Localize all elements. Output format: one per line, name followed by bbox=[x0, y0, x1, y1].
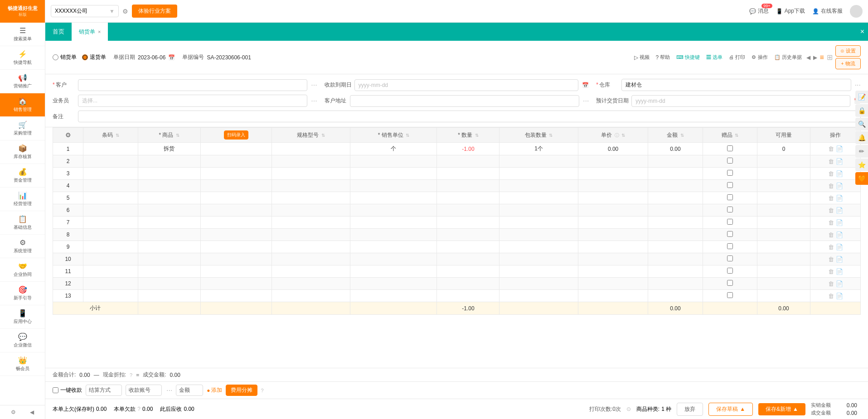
radio-return[interactable]: 退货单 bbox=[82, 53, 106, 61]
product-cell[interactable] bbox=[138, 168, 200, 180]
copy-icon[interactable]: 📄 bbox=[836, 231, 843, 238]
sidebar-item-finance[interactable]: 💰 资金管理 bbox=[0, 164, 45, 188]
gift-cell[interactable] bbox=[703, 143, 757, 155]
product-cell[interactable] bbox=[138, 241, 200, 253]
gift-checkbox[interactable] bbox=[727, 219, 733, 225]
price-cell[interactable] bbox=[578, 253, 648, 265]
list-view-icon[interactable]: ≡ bbox=[820, 53, 824, 62]
gift-cell[interactable] bbox=[703, 278, 757, 290]
price-cell[interactable] bbox=[578, 217, 648, 229]
customer-addr-input[interactable] bbox=[350, 95, 579, 107]
price-cell[interactable] bbox=[578, 290, 648, 302]
company-selector[interactable]: XXXXXX公司 ▼ bbox=[51, 5, 119, 17]
pkg-qty-cell[interactable] bbox=[499, 290, 578, 302]
sidebar-item-cooperation[interactable]: 🤝 企业协同 bbox=[0, 258, 45, 282]
sidebar-item-sales[interactable]: 🏠 销售管理 bbox=[0, 93, 45, 117]
qty-cell[interactable] bbox=[437, 278, 499, 290]
sidebar-item-operation[interactable]: 📊 经营管理 bbox=[0, 188, 45, 211]
amount-cell[interactable] bbox=[648, 241, 703, 253]
save-new-button[interactable]: 保存&新增 ▲ bbox=[758, 403, 805, 415]
payment-checkbox[interactable] bbox=[53, 387, 58, 393]
pkg-qty-cell[interactable] bbox=[499, 278, 578, 290]
unit-cell[interactable] bbox=[350, 217, 437, 229]
sidebar-item-search[interactable]: ☰ 搜索菜单 bbox=[0, 23, 45, 46]
delete-icon[interactable]: 🗑 bbox=[828, 195, 834, 202]
question-icon[interactable]: ? bbox=[130, 372, 132, 378]
account-select[interactable]: 收款账号 bbox=[126, 385, 162, 396]
warehouse-more-icon[interactable]: ··· bbox=[855, 81, 861, 89]
addr-more-icon[interactable]: ··· bbox=[583, 97, 589, 105]
spec-cell[interactable] bbox=[272, 180, 350, 192]
price-cell[interactable] bbox=[578, 168, 648, 180]
product-cell[interactable] bbox=[138, 180, 200, 192]
price-cell[interactable] bbox=[578, 241, 648, 253]
unit-cell[interactable] bbox=[350, 278, 437, 290]
online-service-button[interactable]: 👤 在线客服 bbox=[812, 7, 843, 15]
grid-view-icon[interactable]: ⊞ bbox=[827, 53, 833, 62]
unit-cell[interactable] bbox=[350, 204, 437, 217]
salesperson-more-icon[interactable]: ··· bbox=[311, 97, 317, 105]
spec-cell[interactable] bbox=[272, 229, 350, 241]
expense-button[interactable]: 费用分摊 bbox=[226, 385, 257, 396]
gift-checkbox[interactable] bbox=[727, 280, 733, 286]
pkg-qty-cell[interactable] bbox=[499, 217, 578, 229]
amount-cell[interactable] bbox=[648, 253, 703, 265]
product-cell[interactable] bbox=[138, 155, 200, 168]
history-btn[interactable]: 📋 历史单据 bbox=[772, 53, 804, 62]
print-btn[interactable]: 🖨 打印 bbox=[727, 53, 747, 62]
right-panel-item-edit[interactable]: ✏ bbox=[855, 145, 868, 158]
price-cell[interactable] bbox=[578, 204, 648, 217]
payment-checkbox-label[interactable]: 一键收款 bbox=[53, 386, 82, 394]
amount-cell[interactable] bbox=[648, 278, 703, 290]
trial-button[interactable]: 体验行业方案 bbox=[132, 5, 177, 18]
sidebar-item-appstore[interactable]: 📱 应用中心 bbox=[0, 305, 45, 329]
gift-checkbox[interactable] bbox=[727, 194, 733, 200]
info-icon[interactable]: ⓘ bbox=[615, 133, 619, 138]
payment-due-input[interactable]: yyyy-mm-dd bbox=[354, 79, 579, 91]
unit-cell[interactable] bbox=[350, 290, 437, 302]
radio-sales[interactable]: 销货单 bbox=[53, 53, 77, 61]
copy-icon[interactable]: 📄 bbox=[836, 207, 843, 214]
warehouse-input[interactable]: 建材仓 bbox=[621, 79, 851, 91]
unit-cell[interactable] bbox=[350, 241, 437, 253]
copy-icon[interactable]: 📄 bbox=[836, 195, 843, 202]
avatar[interactable] bbox=[850, 5, 863, 18]
barcode-cell[interactable] bbox=[83, 253, 138, 265]
gift-checkbox[interactable] bbox=[727, 170, 733, 176]
right-panel-item-bell[interactable]: 🔔 bbox=[855, 131, 868, 144]
gift-cell[interactable] bbox=[703, 192, 757, 204]
spec-cell[interactable] bbox=[272, 265, 350, 278]
spec-cell[interactable] bbox=[272, 143, 350, 155]
gift-checkbox[interactable] bbox=[727, 207, 733, 212]
scan-button[interactable]: 扫码录入 bbox=[224, 130, 248, 140]
gift-checkbox[interactable] bbox=[727, 255, 733, 261]
gift-cell[interactable] bbox=[703, 155, 757, 168]
amount-cell[interactable] bbox=[648, 155, 703, 168]
spec-cell[interactable] bbox=[272, 253, 350, 265]
qty-cell[interactable] bbox=[437, 290, 499, 302]
sidebar-item-base[interactable]: 📋 基础信息 bbox=[0, 211, 45, 235]
barcode-cell[interactable] bbox=[83, 290, 138, 302]
sidebar-item-purchase[interactable]: 🛒 采购管理 bbox=[0, 117, 45, 140]
pkg-qty-cell[interactable] bbox=[499, 204, 578, 217]
pkg-qty-cell[interactable]: 1个 bbox=[499, 143, 578, 155]
spec-cell[interactable] bbox=[272, 241, 350, 253]
delete-icon[interactable]: 🗑 bbox=[828, 268, 834, 275]
spec-cell[interactable] bbox=[272, 168, 350, 180]
barcode-cell[interactable] bbox=[83, 155, 138, 168]
barcode-cell[interactable] bbox=[83, 229, 138, 241]
qty-cell[interactable] bbox=[437, 229, 499, 241]
settings-button[interactable]: ⊙ 设置 bbox=[835, 45, 861, 57]
delete-icon[interactable]: 🗑 bbox=[828, 256, 834, 263]
gift-checkbox[interactable] bbox=[727, 292, 733, 298]
collapse-icon[interactable]: ◀ bbox=[30, 409, 34, 415]
right-panel-item-orange[interactable]: 🧡 bbox=[855, 172, 868, 185]
radio-sales-input[interactable] bbox=[53, 54, 58, 60]
amount-cell[interactable] bbox=[648, 168, 703, 180]
logistics-button[interactable]: + 物流 bbox=[835, 58, 861, 69]
delete-icon[interactable]: 🗑 bbox=[828, 219, 834, 226]
qty-cell[interactable] bbox=[437, 217, 499, 229]
radio-return-input[interactable] bbox=[82, 54, 88, 60]
barcode-cell[interactable] bbox=[83, 180, 138, 192]
video-btn[interactable]: ▷ 视频 bbox=[632, 53, 651, 62]
